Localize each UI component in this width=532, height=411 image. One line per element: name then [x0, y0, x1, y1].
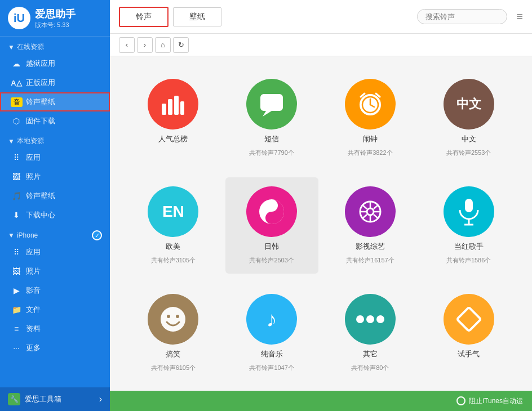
tab-ringtone[interactable]: 铃声	[119, 7, 169, 27]
sidebar-item-local-ringtone[interactable]: 🎵 铃声壁纸	[0, 186, 110, 206]
funny-circle	[148, 294, 198, 345]
sidebar-item-iphone-files[interactable]: 📁 文件	[0, 300, 110, 319]
svg-text:♪: ♪	[267, 307, 277, 331]
chinese-count: 共有铃声2553个	[446, 149, 491, 157]
sidebar-item-iphone-more[interactable]: ··· 更多	[0, 338, 110, 358]
sidebar-item-firmware[interactable]: ⬡ 固件下载	[0, 111, 110, 131]
tryit-circle	[444, 294, 494, 345]
popular-circle	[148, 79, 198, 129]
sidebar-item-local-download[interactable]: ⬇ 下载中心	[0, 206, 110, 225]
navbar: ‹ › ⌂ ↻	[110, 34, 532, 56]
sidebar-item-iphone-video[interactable]: ▶ 影音	[0, 281, 110, 300]
download-icon: ⬇	[11, 210, 21, 220]
ringtone-grid-container: 人气总榜 短信共有铃声7790个 闹钟共有铃声3822个中文中文共有铃声2553…	[110, 56, 532, 391]
sidebar-item-iphone-photos[interactable]: 🖼 照片	[0, 262, 110, 281]
grid-item-other[interactable]: 其它共有铃声80个	[324, 285, 417, 381]
triangle-online: ▼	[8, 43, 15, 51]
local-section-label: ▼ 本地资源	[0, 131, 110, 148]
bottom-bar: 阻止iTunes自动运	[110, 391, 532, 411]
refresh-button[interactable]: ↻	[173, 37, 189, 53]
sms-name: 短信	[264, 134, 279, 144]
triangle-local: ▼	[8, 137, 15, 145]
svg-point-14	[269, 215, 274, 221]
sidebar: iU 爱思助手 版本号: 5.33 ▼ 在线资源 ☁ 越狱应用 A△ 正版应用 …	[0, 0, 110, 411]
sidebar-item-jailbreak[interactable]: ☁ 越狱应用	[0, 54, 110, 73]
iphone-connected-badge: ✓	[92, 230, 102, 240]
iphone-apps-icon: ⠿	[11, 247, 21, 257]
photos-icon: 🖼	[11, 172, 21, 182]
sidebar-item-local-photos[interactable]: 🖼 照片	[0, 167, 110, 186]
funny-name: 搞笑	[166, 349, 180, 359]
sms-circle	[246, 79, 297, 129]
ringtone-grid: 人气总榜 短信共有铃声7790个 闹钟共有铃声3822个中文中文共有铃声2553…	[127, 70, 515, 381]
svg-rect-35	[456, 307, 480, 331]
home-button[interactable]: ⌂	[155, 37, 171, 53]
grid-item-sms[interactable]: 短信共有铃声7790个	[225, 70, 318, 166]
sidebar-item-iphone-apps[interactable]: ⠿ 应用	[0, 243, 110, 262]
iphone-photos-icon: 🖼	[11, 266, 21, 276]
alarm-name: 闹钟	[363, 134, 378, 144]
svg-point-28	[161, 307, 185, 332]
grid-item-en[interactable]: EN欧美共有铃声3105个	[127, 177, 220, 274]
chinese-name: 中文	[462, 134, 476, 144]
forward-button[interactable]: ›	[137, 37, 153, 53]
sidebar-item-ringtone-wallpaper[interactable]: 音 铃声壁纸	[0, 92, 110, 111]
en-count: 共有铃声3105个	[151, 256, 196, 265]
toolbox-arrow-icon: ›	[99, 394, 102, 404]
triangle-iphone: ▼	[8, 231, 15, 239]
funny-count: 共有铃声6105个	[151, 364, 196, 372]
sms-count: 共有铃声7790个	[249, 149, 294, 157]
svg-marker-5	[263, 111, 272, 117]
japanese-count: 共有铃声2503个	[249, 256, 294, 265]
japanese-name: 日韩	[264, 242, 279, 252]
logo-area: iU 爱思助手 版本号: 5.33	[0, 0, 110, 37]
online-section-label: ▼ 在线资源	[0, 37, 110, 54]
iphone-video-icon: ▶	[11, 285, 21, 296]
search-input[interactable]	[417, 9, 507, 24]
itunes-circle-icon	[456, 396, 466, 405]
sidebar-item-iphone-data[interactable]: ≡ 资料	[0, 319, 110, 338]
toolbox-bar[interactable]: 🔧 爱思工具箱 ›	[0, 387, 110, 411]
firmware-icon: ⬡	[11, 116, 21, 126]
svg-rect-25	[465, 199, 473, 212]
back-button[interactable]: ‹	[119, 37, 135, 53]
ringtone2-icon: 🎵	[11, 191, 21, 201]
grid-item-alarm[interactable]: 闹钟共有铃声3822个	[324, 70, 417, 166]
svg-line-22	[374, 215, 378, 218]
svg-point-16	[367, 208, 374, 215]
other-circle	[345, 294, 396, 345]
cloud-icon: ☁	[11, 59, 21, 69]
main-area: 铃声 壁纸 ≡ ‹ › ⌂ ↻ 人气总榜 短信共有铃声7790个 闹钟共有铃声3…	[110, 0, 532, 411]
grid-item-funny[interactable]: 搞笑共有铃声6105个	[127, 285, 220, 381]
grid-item-movies[interactable]: 影视综艺共有铃声16157个	[324, 177, 417, 274]
pure-count: 共有铃声1047个	[249, 364, 294, 372]
en-name: 欧美	[166, 242, 180, 252]
sidebar-item-official[interactable]: A△ 正版应用	[0, 73, 110, 92]
toolbox-label: 爱思工具箱	[25, 394, 61, 404]
grid-item-japanese[interactable]: 日韩共有铃声2503个	[225, 177, 318, 274]
svg-point-32	[356, 315, 364, 323]
official-icon: A△	[11, 78, 21, 88]
topbar: 铃声 壁纸 ≡	[110, 0, 532, 34]
grid-item-singers[interactable]: 当红歌手共有铃声1586个	[422, 177, 515, 274]
tab-wallpaper[interactable]: 壁纸	[173, 7, 221, 26]
sidebar-item-local-apps[interactable]: ⠿ 应用	[0, 148, 110, 167]
grid-item-chinese[interactable]: 中文中文共有铃声2553个	[422, 70, 515, 166]
grid-item-pure[interactable]: ♪ 纯音乐共有铃声1047个	[225, 285, 318, 381]
ringtone-icon: 音	[11, 97, 21, 107]
iphone-files-icon: 📁	[11, 305, 21, 315]
movies-circle	[345, 186, 396, 237]
svg-point-34	[376, 315, 384, 323]
svg-point-30	[176, 315, 179, 318]
menu-icon[interactable]: ≡	[516, 10, 523, 23]
japanese-circle	[246, 186, 297, 237]
en-circle: EN	[148, 186, 198, 237]
toolbox-icon: 🔧	[8, 393, 20, 405]
svg-rect-4	[260, 94, 283, 111]
grid-item-tryit[interactable]: 试手气	[422, 285, 515, 381]
grid-item-popular[interactable]: 人气总榜	[127, 70, 220, 166]
other-count: 共有铃声80个	[351, 364, 389, 372]
iphone-section-label: ▼ iPhone ✓	[0, 225, 110, 243]
logo-text: 爱思助手 版本号: 5.33	[35, 7, 76, 29]
svg-rect-0	[162, 104, 166, 115]
